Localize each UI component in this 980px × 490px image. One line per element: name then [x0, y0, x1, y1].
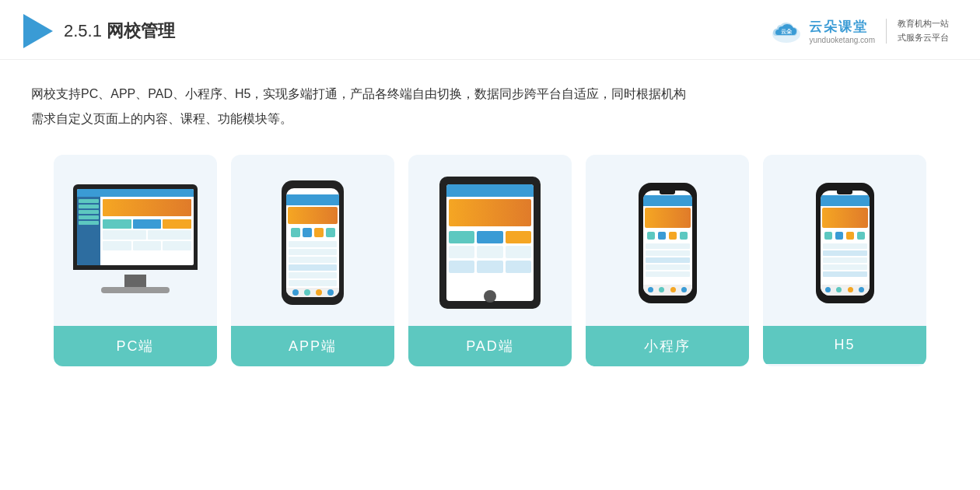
- pc-image-area: [54, 155, 217, 326]
- card-app-label: APP端: [231, 326, 394, 366]
- tablet-outer: [439, 177, 541, 309]
- brand-area: 云朵 云朵课堂 yunduoketang.com 教育机构一站 式服务云平台: [770, 17, 949, 45]
- tablet-screen: [446, 184, 534, 301]
- mini-phone-screen: [643, 191, 692, 296]
- pc-monitor: [73, 184, 198, 270]
- h5-image-area: [763, 155, 926, 326]
- brand-divider: [886, 19, 887, 44]
- card-pc-label: PC端: [54, 326, 217, 366]
- cloud-logo-icon: 云朵: [770, 17, 803, 45]
- card-miniprogram-label: 小程序: [586, 326, 749, 366]
- page-container: 2.5.1 网校管理 云朵 云朵课堂 yunduoketang.com 教育机构…: [0, 0, 980, 490]
- mini-phone-notch: [660, 191, 675, 194]
- pc-device-icon: [69, 184, 201, 301]
- card-pad: PAD端: [408, 155, 572, 366]
- logo-triangle-icon: [23, 14, 53, 48]
- miniprogram-image-area: [586, 155, 749, 326]
- card-h5: H5: [763, 155, 926, 366]
- card-miniprogram: 小程序: [586, 155, 749, 366]
- description-line1: 网校支持PC、APP、PAD、小程序、H5，实现多端打通，产品各终端自由切换，数…: [31, 82, 949, 107]
- description-line2: 需求自定义页面上的内容、课程、功能模块等。: [31, 107, 949, 131]
- brand-url: yunduoketang.com: [809, 36, 875, 44]
- page-title: 2.5.1 网校管理: [64, 19, 175, 43]
- app-phone-icon: [282, 180, 344, 305]
- card-h5-label: H5: [763, 326, 926, 364]
- brand-name: 云朵课堂: [809, 18, 868, 36]
- h5-phone-icon: [816, 183, 874, 303]
- card-app: APP端: [231, 155, 394, 366]
- phone-screen: [286, 188, 339, 297]
- pad-image-area: [408, 155, 572, 326]
- brand-info: 云朵课堂 yunduoketang.com: [809, 18, 875, 44]
- card-pc: PC端: [54, 155, 217, 366]
- brand-slogan: 教育机构一站 式服务云平台: [898, 17, 949, 44]
- tablet-home-btn: [484, 290, 496, 303]
- phone-notch: [303, 180, 322, 185]
- header: 2.5.1 网校管理 云朵 云朵课堂 yunduoketang.com 教育机构…: [0, 0, 980, 60]
- h5-phone-notch: [837, 191, 852, 194]
- phone-outer: [282, 180, 344, 305]
- svg-text:云朵: 云朵: [781, 29, 793, 34]
- miniprogram-phone-icon: [639, 183, 697, 303]
- description-block: 网校支持PC、APP、PAD、小程序、H5，实现多端打通，产品各终端自由切换，数…: [0, 60, 980, 139]
- pad-tablet-icon: [439, 177, 541, 309]
- device-cards-section: PC端: [0, 139, 980, 382]
- header-left: 2.5.1 网校管理: [23, 14, 175, 48]
- app-image-area: [231, 155, 394, 326]
- card-pad-label: PAD端: [408, 326, 572, 366]
- mini-phone-outer: [639, 183, 697, 303]
- pc-screen: [77, 189, 194, 265]
- h5-phone-outer: [816, 183, 874, 303]
- h5-phone-screen: [821, 191, 870, 296]
